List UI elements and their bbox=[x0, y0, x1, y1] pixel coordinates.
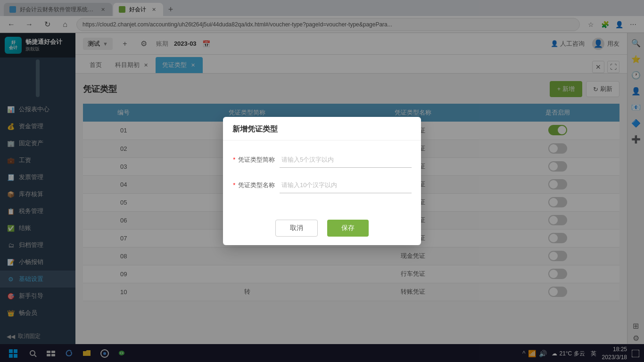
save-button[interactable]: 保存 bbox=[327, 220, 369, 237]
required-mark-2: * bbox=[233, 181, 235, 189]
name-label: * 凭证类型名称 bbox=[232, 181, 280, 189]
modal-header: 新增凭证类型 bbox=[223, 117, 421, 140]
form-row-name: * 凭证类型名称 bbox=[232, 177, 412, 193]
short-label-text: 凭证类型简称 bbox=[238, 156, 275, 163]
cancel-label: 取消 bbox=[290, 224, 303, 231]
short-label: * 凭证类型简称 bbox=[232, 156, 280, 164]
modal-title: 新增凭证类型 bbox=[232, 125, 278, 133]
modal-overlay: 新增凭证类型 * 凭证类型简称 * 凭证类型名称 取消 bbox=[0, 0, 644, 362]
modal-body: * 凭证类型简称 * 凭证类型名称 bbox=[223, 140, 421, 214]
modal-footer: 取消 保存 bbox=[223, 214, 421, 245]
cancel-button[interactable]: 取消 bbox=[275, 220, 318, 237]
full-name-input[interactable] bbox=[280, 177, 412, 193]
save-label: 保存 bbox=[341, 224, 355, 231]
short-name-input[interactable] bbox=[280, 152, 412, 168]
required-mark-1: * bbox=[233, 156, 235, 163]
form-row-short: * 凭证类型简称 bbox=[232, 152, 412, 168]
add-voucher-modal: 新增凭证类型 * 凭证类型简称 * 凭证类型名称 取消 bbox=[223, 117, 421, 245]
name-label-text: 凭证类型名称 bbox=[238, 181, 275, 189]
